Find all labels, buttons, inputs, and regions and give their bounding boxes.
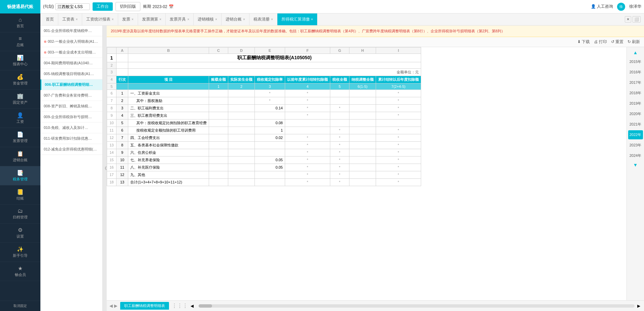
tab-salary[interactable]: 工资表 × <box>58 13 82 26</box>
year-2016[interactable]: 2016年 <box>628 68 643 77</box>
col-g: G <box>330 47 349 54</box>
collapse-panel-button[interactable]: 《 <box>103 26 107 311</box>
form-list-item-004[interactable]: 004-期间费用明细表(A1040… <box>40 58 102 69</box>
year-2024[interactable]: 2024年 <box>628 151 643 160</box>
tab-salary-report[interactable]: 工资统计报表 × <box>82 13 118 26</box>
assets-icon: 🏢 <box>17 93 24 99</box>
tab-home[interactable]: 首页 <box>42 13 58 26</box>
close-all-tabs-button[interactable]: ✕ <box>625 16 631 23</box>
tab-tax-register[interactable]: 税表清册 × <box>249 13 277 26</box>
tab-invoice-open[interactable]: 发票开具 × <box>166 13 194 26</box>
tab-salary-report-close[interactable]: × <box>112 18 114 21</box>
reset-button[interactable]: ↺ 重置 <box>611 39 623 45</box>
sidebar-item-label: 归档管理 <box>13 215 28 220</box>
num-2: 2 <box>228 83 255 90</box>
form-list-item-011[interactable]: 011-研发费用加计扣除优惠… <box>40 133 102 144</box>
table-row: 16 11 八、补充医疗保险 0.05 * * * <box>107 164 421 171</box>
form-list-item-008[interactable]: 008-资产折旧、摊销及纳税… <box>40 101 102 112</box>
switch-version-button[interactable]: 切到旧版 <box>115 2 140 11</box>
company-dropdown[interactable]: 江西般宝-LSS <box>55 3 90 10</box>
form-list-item-002[interactable]: ⊗ 002-一般企业收入明细表(A1… <box>40 36 102 47</box>
sidebar-item-ledger[interactable]: ≡ 总账 <box>0 32 40 51</box>
form-list-item-001[interactable]: 001-企业所得税年度纳税申… <box>40 26 102 36</box>
topbar-right: 👤 人工咨询 徐 徐泽华 <box>591 3 641 11</box>
sidebar-item-salary[interactable]: 👤 工资 <box>0 109 40 128</box>
refresh-button[interactable]: ↻ 刷新 <box>628 39 640 45</box>
col-i: I <box>376 47 421 54</box>
form-004-label: 004-期间费用明细表(A1040… <box>44 61 93 66</box>
table-row: 13 8 五、各类基本社会保障性缴款 * * * <box>107 141 421 149</box>
tab-sales-ledger-close[interactable]: × <box>243 18 245 21</box>
scroll-right-btn[interactable]: ▶ <box>637 304 643 308</box>
sidebar-item-invoice[interactable]: 📄 发票管理 <box>0 128 40 147</box>
refresh-icon: ↻ <box>628 39 631 44</box>
period-label: 账期 <box>143 4 151 9</box>
download-button[interactable]: ⬇ 下载 <box>577 39 590 45</box>
sheet-nav-left[interactable]: ◀ <box>109 303 113 308</box>
home-icon: ⌂ <box>19 17 22 23</box>
tab-audit-close[interactable]: × <box>215 18 217 21</box>
sheet-nav-right[interactable]: ▶ <box>114 303 117 308</box>
sidebar-item-tax[interactable]: 📑 税务管理 <box>0 166 40 185</box>
tab-invoice-open-close[interactable]: × <box>187 18 189 21</box>
restore-tab-button[interactable]: ⬜ <box>633 16 641 23</box>
sidebar-item-home[interactable]: ⌂ 首页 <box>0 13 40 32</box>
col-h: H <box>349 47 376 54</box>
form-list-item-007[interactable]: 007-广告费和业务宣传费明… <box>40 90 102 101</box>
print-label: 打印 <box>599 39 607 45</box>
tab-invoice-calc-close[interactable]: × <box>160 18 162 21</box>
year-2015[interactable]: 2015年 <box>628 57 643 66</box>
sidebar-item-guide[interactable]: ✨ 新手引导 <box>0 243 40 262</box>
sidebar-item-vip[interactable]: ★ 畅会员 <box>0 262 40 281</box>
tab-invoice-calc[interactable]: 发票测算 × <box>138 13 166 26</box>
year-panel: ▲ 2015年 2016年 2017年 2018年 2019年 2020年 20… <box>626 47 644 301</box>
sidebar-item-assets[interactable]: 🏢 固定资产 <box>0 90 40 109</box>
tab-income-tax[interactable]: 所得税汇算清缴 × <box>277 13 317 26</box>
year-down-button[interactable]: ▼ <box>632 161 639 169</box>
tab-invoice-close[interactable]: × <box>132 18 134 21</box>
form-list-item-003[interactable]: ⊗ 003-一般企业成本支出明细… <box>40 47 102 58</box>
workspace-button[interactable]: 工作台 <box>93 2 113 11</box>
tab-invoice[interactable]: 发票 × <box>118 13 138 26</box>
sidebar-item-settings[interactable]: ⚙ 设置 <box>0 223 40 243</box>
tab-sales-ledger[interactable]: 进销台账 × <box>222 13 249 26</box>
tab-salary-close[interactable]: × <box>76 18 78 21</box>
num-6: 6(1-5) <box>349 83 376 90</box>
year-2017[interactable]: 2017年 <box>628 78 643 87</box>
sheet-menu-button[interactable]: ⋮⋮⋮ <box>169 303 191 309</box>
sidebar-item-finance[interactable]: 💰 资金管理 <box>0 70 40 90</box>
sidebar-item-sales[interactable]: 📋 进销台账 <box>0 147 40 166</box>
year-2023[interactable]: 2023年 <box>628 141 643 150</box>
customer-service[interactable]: 👤 人工咨询 <box>591 4 613 9</box>
form-008-label: 008-资产折旧、摊销及纳税… <box>44 104 92 109</box>
sidebar-footer-cancel[interactable]: 取消固定 <box>0 301 40 311</box>
bottom-scrollbar[interactable] <box>199 304 635 308</box>
sidebar-item-report[interactable]: 📊 报表中心 <box>0 51 40 70</box>
year-2021[interactable]: 2021年 <box>628 120 643 129</box>
tab-tax-register-close[interactable]: × <box>271 18 273 21</box>
year-2022[interactable]: 2022年 <box>628 130 643 139</box>
tab-invoice-open-label: 发票开具 <box>170 16 186 22</box>
sidebar-item-closing[interactable]: 📒 结账 <box>0 185 40 205</box>
sidebar-item-archive[interactable]: 🗂 归档管理 <box>0 205 40 223</box>
sheet-tab[interactable]: 职工薪酬纳税调整明细表 <box>120 302 169 310</box>
year-up-button[interactable]: ▲ <box>632 48 639 57</box>
sidebar-item-label: 进销台账 <box>13 158 28 163</box>
sidebar-item-label: 工资 <box>16 119 24 124</box>
year-2020[interactable]: 2020年 <box>628 109 643 118</box>
form-list-item-009[interactable]: 009-企业所得税弥补亏损明… <box>40 112 102 123</box>
scroll-left-btn[interactable]: ◀ <box>191 304 196 308</box>
period-calendar-icon[interactable]: 📅 <box>169 4 174 9</box>
year-2019[interactable]: 2019年 <box>628 99 643 108</box>
table-row: 6 1 一、工资薪金支出 * * * <box>107 90 421 97</box>
year-2018[interactable]: 2018年 <box>628 89 643 98</box>
form-009-label: 009-企业所得税弥补亏损明… <box>44 114 92 119</box>
form-list-item-005[interactable]: 005-纳税调整项目明细表(A1… <box>40 69 102 79</box>
print-button[interactable]: 🖨 打印 <box>594 39 607 45</box>
form-list-item-006[interactable]: 006-职工薪酬纳税调整明细… <box>40 79 102 90</box>
closing-icon: 📒 <box>17 189 24 195</box>
tab-audit[interactable]: 进销稽核 × <box>194 13 222 26</box>
form-list-item-010[interactable]: 010-免税、减收入及加计… <box>40 123 102 133</box>
form-list-item-012[interactable]: 012-减免企业所得税优惠明细(… <box>40 144 102 155</box>
tab-income-tax-close[interactable]: × <box>311 18 313 21</box>
